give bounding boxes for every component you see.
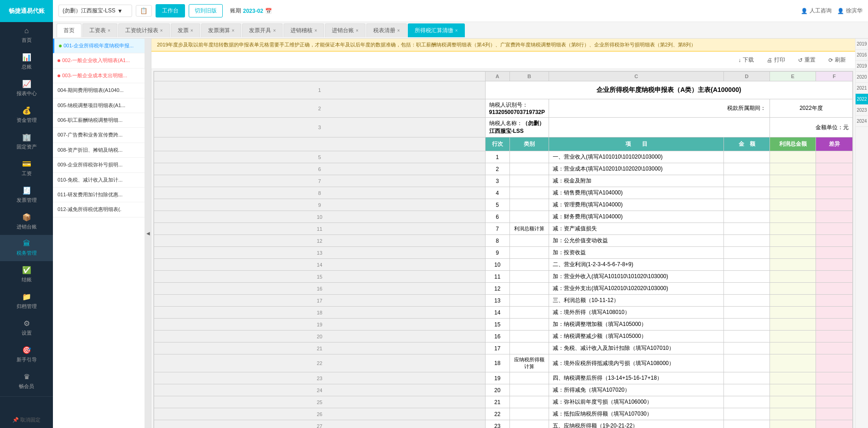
row-diff-12[interactable]	[816, 295, 853, 307]
row-amount-20[interactable]	[724, 396, 770, 408]
row-profit-12[interactable]	[770, 295, 816, 307]
panel-item-003[interactable]: 003-一般企业成本支出明细...	[53, 68, 145, 83]
tab-tax_clear[interactable]: 税表清册×	[366, 23, 407, 37]
row-profit-9[interactable]	[770, 259, 816, 271]
row-profit-0[interactable]	[770, 151, 816, 163]
panel-item-006[interactable]: 006-职工薪酬纳税调整明细...	[53, 113, 145, 128]
tab-home[interactable]: 首页	[57, 23, 81, 37]
panel-item-010[interactable]: 010-免税、减计收入及加计...	[53, 173, 145, 188]
sidebar-item-purchase[interactable]: 📦进销台账	[0, 208, 53, 235]
row-diff-17[interactable]	[816, 354, 853, 372]
panel-item-001[interactable]: 001-企业所得税年度纳税申报...	[53, 39, 145, 53]
row-profit-7[interactable]	[770, 235, 816, 247]
row-diff-8[interactable]	[816, 247, 853, 259]
row-profit-19[interactable]	[770, 384, 816, 396]
sidebar-item-guide[interactable]: 🎯新手引导	[0, 341, 53, 368]
row-diff-5[interactable]	[816, 211, 853, 223]
row-diff-7[interactable]	[816, 235, 853, 247]
sidebar-item-salary[interactable]: 💳工资	[0, 155, 53, 182]
panel-item-005[interactable]: 005-纳税调整项目明细表(A1...	[53, 98, 145, 113]
tab-purchase_check[interactable]: 进销稽核×	[284, 23, 324, 37]
row-profit-14[interactable]	[770, 319, 816, 331]
tab-salary[interactable]: 工资表×	[82, 23, 117, 37]
sidebar-item-member[interactable]: ♛畅会员	[0, 368, 53, 394]
row-diff-13[interactable]	[816, 307, 853, 319]
panel-item-011[interactable]: 011-研发费用加计扣除优惠...	[53, 188, 145, 202]
row-amount-13[interactable]	[724, 307, 770, 319]
panel-item-008[interactable]: 008-资产折旧、摊销及纳税...	[53, 143, 145, 158]
row-amount-22[interactable]	[724, 420, 770, 428]
ai-consult[interactable]: 👤 人工咨询	[801, 7, 832, 15]
panel-item-002[interactable]: 002-一般企业收入明细表(A1...	[53, 53, 145, 68]
sidebar-item-report[interactable]: 📈报表中心	[0, 75, 53, 102]
tab-income_tax[interactable]: 所得税汇算清缴×	[408, 23, 465, 37]
row-diff-11[interactable]	[816, 283, 853, 295]
row-amount-5[interactable]	[724, 211, 770, 223]
row-profit-21[interactable]	[770, 408, 816, 420]
row-amount-16[interactable]	[724, 342, 770, 354]
row-profit-8[interactable]	[770, 247, 816, 259]
row-profit-16[interactable]	[770, 342, 816, 354]
tab-close-tax_clear[interactable]: ×	[397, 28, 400, 33]
tab-close-invoice_open[interactable]: ×	[273, 28, 276, 33]
timeline-year-2021[interactable]: 2021	[856, 83, 868, 94]
tab-close-invoice_mgr[interactable]: ×	[191, 28, 193, 33]
timeline-year-2019[interactable]: 2019	[856, 39, 868, 50]
row-profit-20[interactable]	[770, 396, 816, 408]
panel-item-004[interactable]: 004-期间费用明细表(A1040...	[53, 83, 145, 98]
row-amount-14[interactable]	[724, 319, 770, 331]
timeline-year-2024[interactable]: 2024	[856, 116, 868, 127]
row-diff-18[interactable]	[816, 372, 853, 384]
row-diff-14[interactable]	[816, 319, 853, 331]
row-profit-4[interactable]	[770, 199, 816, 211]
row-profit-3[interactable]	[770, 187, 816, 199]
reset-button[interactable]: ↺ 重置	[794, 54, 819, 66]
row-amount-11[interactable]	[724, 283, 770, 295]
row-amount-2[interactable]	[724, 175, 770, 187]
row-amount-6[interactable]	[724, 223, 770, 235]
tab-close-salary[interactable]: ×	[108, 28, 110, 33]
row-profit-13[interactable]	[770, 307, 816, 319]
row-amount-18[interactable]	[724, 372, 770, 384]
row-profit-15[interactable]	[770, 331, 816, 342]
tab-salary_report[interactable]: 工资统计报表×	[118, 23, 170, 37]
row-diff-9[interactable]	[816, 259, 853, 271]
tab-close-invoice_calc[interactable]: ×	[232, 28, 235, 33]
row-diff-20[interactable]	[816, 396, 853, 408]
row-diff-21[interactable]	[816, 408, 853, 420]
row-amount-10[interactable]	[724, 271, 770, 283]
print-button[interactable]: 🖨 打印	[763, 54, 789, 66]
workbench-button[interactable]: 工作台	[156, 4, 185, 17]
row-amount-4[interactable]	[724, 199, 770, 211]
sidebar-item-settings[interactable]: ⚙设置	[0, 314, 53, 341]
row-profit-6[interactable]	[770, 223, 816, 235]
row-diff-2[interactable]	[816, 175, 853, 187]
row-profit-2[interactable]	[770, 175, 816, 187]
row-amount-0[interactable]	[724, 151, 770, 163]
row-diff-10[interactable]	[816, 271, 853, 283]
row-amount-19[interactable]	[724, 384, 770, 396]
sidebar-item-asset[interactable]: 💰资金管理	[0, 102, 53, 128]
tab-invoice_open[interactable]: 发票开具×	[242, 23, 283, 37]
tab-invoice_mgr[interactable]: 发票×	[171, 23, 200, 37]
row-amount-9[interactable]	[724, 259, 770, 271]
tab-close-income_tax[interactable]: ×	[455, 28, 458, 33]
row-profit-22[interactable]	[770, 420, 816, 428]
collapse-button[interactable]: ◀	[145, 39, 151, 428]
row-amount-15[interactable]	[724, 331, 770, 342]
row-diff-3[interactable]	[816, 187, 853, 199]
panel-item-009[interactable]: 009-企业所得税弥补亏损明...	[53, 158, 145, 172]
sidebar-item-tax[interactable]: 🏛税务管理	[0, 235, 53, 261]
row-amount-3[interactable]	[724, 187, 770, 199]
row-diff-0[interactable]	[816, 151, 853, 163]
row-profit-18[interactable]	[770, 372, 816, 384]
row-diff-4[interactable]	[816, 199, 853, 211]
row-diff-16[interactable]	[816, 342, 853, 354]
old-version-button[interactable]: 切到旧版	[189, 4, 223, 17]
tab-invoice_calc[interactable]: 发票测算×	[201, 23, 242, 37]
timeline-year-2016[interactable]: 2016	[856, 50, 868, 61]
sidebar-unpin[interactable]: 📌 取消固定	[0, 412, 53, 428]
row-profit-10[interactable]	[770, 271, 816, 283]
download-button[interactable]: ↓ 下载	[735, 54, 758, 66]
row-profit-17[interactable]	[770, 354, 816, 372]
